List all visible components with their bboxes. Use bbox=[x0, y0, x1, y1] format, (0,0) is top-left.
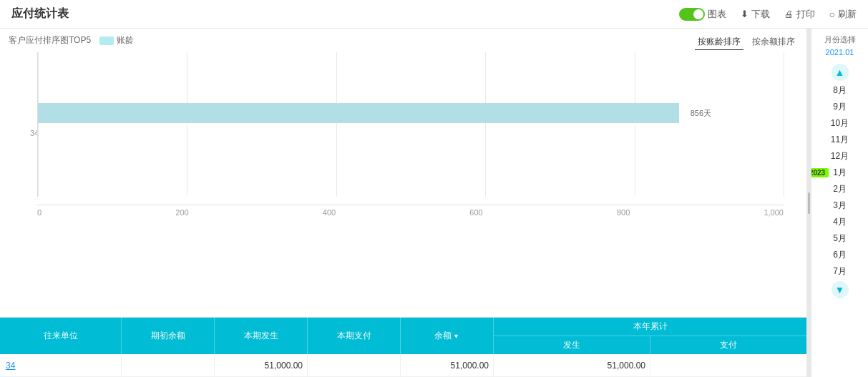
th-ytd-title: 本年累计 bbox=[494, 318, 806, 336]
sidebar-month-4[interactable]: 4月 bbox=[811, 214, 868, 230]
x-label-400: 400 bbox=[323, 208, 336, 217]
chart-section: 客户应付排序图TOP5 账龄 按账龄排序 按余额排序 34 bbox=[0, 29, 806, 317]
sidebar-month-6[interactable]: 6月 bbox=[811, 247, 868, 263]
sidebar-up-btn[interactable]: ▲ bbox=[832, 64, 849, 81]
legend-aging-label: 账龄 bbox=[117, 34, 134, 46]
sidebar-month-5[interactable]: 5月 bbox=[811, 230, 868, 247]
balance-filter-icon[interactable]: ▼ bbox=[453, 333, 459, 340]
th-ytd-pay: 支付 bbox=[650, 336, 806, 354]
th-balance: 余额 ▼ bbox=[401, 318, 494, 354]
th-current-occur: 本期发生 bbox=[215, 318, 308, 354]
th-ytd-children: 发生 支付 bbox=[494, 336, 806, 354]
legend-item-aging: 账龄 bbox=[99, 34, 134, 46]
th-ytd-occur: 发生 bbox=[494, 336, 650, 354]
sidebar-month-11[interactable]: 11月 bbox=[811, 132, 868, 148]
print-action[interactable]: 🖨 打印 bbox=[784, 8, 815, 21]
print-icon: 🖨 bbox=[784, 9, 794, 19]
sort-by-balance-btn[interactable]: 按账龄排序 bbox=[695, 34, 743, 50]
x-label-800: 800 bbox=[617, 208, 630, 217]
x-label-0: 0 bbox=[37, 208, 42, 217]
divider-handle bbox=[808, 192, 810, 214]
download-label: 下载 bbox=[751, 8, 770, 21]
right-sidebar: 月份选择 2021.01 ▲ 8月 9月 10月 11月 12月 1月 2023… bbox=[811, 29, 868, 377]
table-section: 往来单位 期初余额 本期发生 本期支付 余额 ▼ bbox=[0, 317, 806, 377]
th-unit: 往来单位 bbox=[0, 318, 122, 354]
download-icon: ⬇ bbox=[741, 9, 748, 19]
th-current-pay: 本期支付 bbox=[308, 318, 401, 354]
td-ytd-pay bbox=[650, 354, 806, 376]
sort-by-amount-btn[interactable]: 按余额排序 bbox=[749, 34, 798, 50]
td-opening bbox=[122, 354, 215, 376]
td-ytd-occur: 51,000.00 bbox=[494, 354, 650, 376]
chart-bar-area: 856天 0 200 400 600 800 1,000 bbox=[37, 52, 784, 217]
td-current-pay bbox=[308, 354, 401, 376]
x-label-200: 200 bbox=[175, 208, 188, 217]
table-header: 往来单位 期初余额 本期发生 本期支付 余额 ▼ bbox=[0, 318, 806, 354]
td-ytd-group: 51,000.00 bbox=[494, 354, 806, 376]
sidebar-month-2[interactable]: 2月 bbox=[811, 181, 868, 197]
table-row: 34 51,000.00 51,000.00 bbox=[0, 354, 806, 377]
chart-toggle-switch[interactable] bbox=[679, 8, 705, 21]
td-unit[interactable]: 34 bbox=[0, 354, 122, 376]
sidebar-date[interactable]: 2021.01 bbox=[826, 48, 854, 57]
year-badge: 2023 bbox=[811, 168, 829, 177]
chart-bar-value: 856天 bbox=[691, 107, 711, 118]
refresh-icon: ○ bbox=[829, 9, 835, 20]
sidebar-month-12[interactable]: 12月 bbox=[811, 148, 868, 165]
chart-canvas: 34 bbox=[9, 52, 798, 245]
header-actions: 图表 ⬇ 下载 🖨 打印 ○ 刷新 bbox=[679, 8, 857, 21]
chart-area: 客户应付排序图TOP5 账龄 按账龄排序 按余额排序 34 bbox=[0, 29, 806, 377]
td-current-occur: 51,000.00 bbox=[215, 354, 308, 376]
page-title: 应付统计表 bbox=[11, 6, 69, 21]
sidebar-down-btn[interactable]: ▼ bbox=[832, 281, 849, 298]
x-label-600: 600 bbox=[469, 208, 482, 217]
refresh-label: 刷新 bbox=[838, 8, 857, 21]
sidebar-month-7[interactable]: 7月 bbox=[811, 263, 868, 280]
td-balance: 51,000.00 bbox=[401, 354, 494, 376]
download-action[interactable]: ⬇ 下载 bbox=[741, 8, 770, 21]
x-label-1000: 1,000 bbox=[764, 208, 784, 217]
sidebar-title: 月份选择 bbox=[824, 34, 856, 45]
th-opening: 期初余额 bbox=[122, 318, 215, 354]
sort-buttons: 按账龄排序 按余额排序 bbox=[695, 34, 798, 50]
app-container: 应付统计表 图表 ⬇ 下载 🖨 打印 ○ 刷新 bbox=[0, 0, 868, 377]
chart-legend: 客户应付排序图TOP5 账龄 bbox=[9, 34, 798, 46]
chart-bar: 856天 bbox=[38, 103, 679, 123]
legend-label: 客户应付排序图TOP5 bbox=[9, 34, 91, 46]
sidebar-month-8[interactable]: 8月 bbox=[811, 82, 868, 99]
print-label: 打印 bbox=[796, 8, 815, 21]
chart-toggle-label: 图表 bbox=[708, 8, 726, 21]
legend-item-chart: 客户应付排序图TOP5 bbox=[9, 34, 91, 46]
sidebar-month-9[interactable]: 9月 bbox=[811, 99, 868, 115]
refresh-action[interactable]: ○ 刷新 bbox=[829, 8, 857, 21]
chart-toggle[interactable]: 图表 bbox=[679, 8, 726, 21]
legend-color-box bbox=[99, 36, 114, 45]
main-content: 客户应付排序图TOP5 账龄 按账龄排序 按余额排序 34 bbox=[0, 29, 868, 377]
header: 应付统计表 图表 ⬇ 下载 🖨 打印 ○ 刷新 bbox=[0, 0, 868, 29]
sidebar-month-3[interactable]: 3月 bbox=[811, 197, 868, 214]
sidebar-month-10[interactable]: 10月 bbox=[811, 115, 868, 132]
th-ytd-group: 本年累计 发生 支付 bbox=[494, 318, 806, 354]
